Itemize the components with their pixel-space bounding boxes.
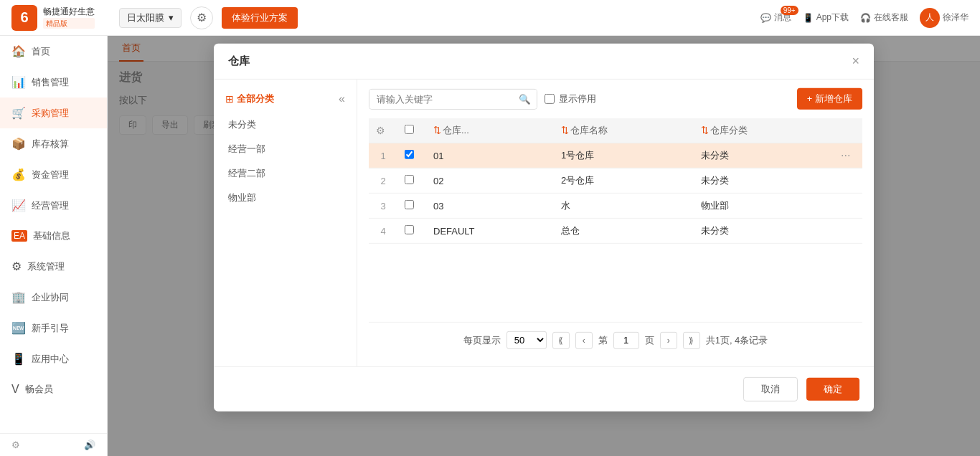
row-category: 未分类: [694, 218, 834, 243]
sidebar-item-inventory[interactable]: 📦 库存核算: [0, 128, 107, 159]
message-item[interactable]: 💬 消息 99+: [760, 11, 791, 24]
sidebar-item-purchase[interactable]: 🛒 采购管理: [0, 98, 107, 128]
row-code: 02: [426, 168, 554, 193]
row-checkbox[interactable]: [405, 200, 414, 209]
sidebar-item-label: 应用中心: [32, 353, 69, 366]
dialog-footer: 取消 确定: [214, 366, 874, 412]
app-download-item[interactable]: 📱 App下载: [803, 11, 849, 24]
next-page-button[interactable]: ›: [660, 331, 677, 348]
purchase-icon: 🛒: [11, 106, 26, 120]
page-size-select[interactable]: 50 100: [507, 331, 547, 349]
guide-icon: 🆕: [11, 321, 26, 335]
sidebar-settings-icon[interactable]: ⚙: [11, 440, 20, 450]
app-logo: 6: [11, 5, 37, 31]
avatar: 人: [920, 8, 940, 28]
page-number-input[interactable]: [613, 331, 639, 348]
confirm-button[interactable]: 确定: [806, 378, 859, 401]
sidebar-item-label: 畅会员: [25, 383, 53, 396]
th-name: ⇅仓库名称: [554, 118, 694, 143]
member-icon: V: [11, 383, 19, 396]
table-row[interactable]: 3 03 水 物业部: [369, 193, 862, 218]
table-row[interactable]: 2 02 2号仓库 未分类: [369, 168, 862, 193]
sidebar-item-finance[interactable]: 💰 资金管理: [0, 159, 107, 190]
app-download-label: App下载: [816, 11, 849, 24]
row-checkbox[interactable]: [405, 175, 414, 184]
th-gear[interactable]: ⚙: [369, 118, 397, 143]
th-checkbox[interactable]: [397, 118, 426, 143]
row-num: 4: [369, 218, 397, 243]
row-more[interactable]: [834, 218, 862, 243]
sidebar-item-sales[interactable]: 📊 销售管理: [0, 67, 107, 98]
collapse-icon[interactable]: «: [339, 92, 345, 105]
table-row[interactable]: 4 DEFAULT 总仓 未分类: [369, 218, 862, 243]
page-unit: 页: [645, 333, 654, 346]
th-code: ⇅仓库...: [426, 118, 554, 143]
total-info: 共1页, 4条记录: [706, 333, 768, 346]
prev-page-button[interactable]: ‹: [575, 331, 593, 348]
search-button[interactable]: 🔍: [513, 89, 537, 108]
category-item-property[interactable]: 物业部: [214, 186, 357, 210]
add-warehouse-button[interactable]: + 新增仓库: [797, 88, 862, 110]
row-num: 3: [369, 193, 397, 218]
message-badge: 99+: [781, 6, 798, 15]
row-checkbox-cell[interactable]: [397, 193, 426, 218]
dialog-close-icon[interactable]: ×: [852, 54, 859, 69]
category-item-dept2[interactable]: 经营二部: [214, 161, 357, 186]
sidebar-item-label: 资金管理: [32, 168, 69, 181]
sales-icon: 📊: [11, 75, 26, 89]
sidebar-item-label: 基础信息: [33, 229, 70, 242]
sidebar-speaker-icon[interactable]: 🔊: [84, 440, 95, 450]
sidebar-item-guide[interactable]: 🆕 新手引导: [0, 313, 107, 343]
row-checkbox[interactable]: [405, 150, 414, 159]
table-row[interactable]: 1 01 1号仓库 未分类 ···: [369, 143, 862, 168]
main-content: 首页 进货 按以下 印 导出 刷新 查询 设置 仓库 ×: [108, 36, 980, 456]
sidebar-item-system[interactable]: ⚙ 系统管理: [0, 251, 107, 282]
store-selector[interactable]: 日太阳膜 ▾: [119, 8, 182, 28]
row-checkbox-cell[interactable]: [397, 218, 426, 243]
category-item-unclassified[interactable]: 未分类: [214, 113, 357, 137]
sidebar-item-member[interactable]: V 畅会员: [0, 374, 107, 404]
cancel-button[interactable]: 取消: [743, 377, 798, 402]
try-industry-button[interactable]: 体验行业方案: [222, 7, 298, 29]
home-icon: 🏠: [11, 44, 26, 58]
logo-area: 6 畅捷通好生意 精品版: [11, 5, 119, 31]
more-icon[interactable]: ···: [841, 149, 850, 161]
sidebar-item-label: 库存核算: [32, 138, 69, 151]
mobile-icon: 📱: [803, 13, 814, 23]
sidebar-item-label: 企业协同: [32, 291, 69, 304]
last-page-button[interactable]: ⟫: [683, 331, 700, 348]
show-disabled-label[interactable]: 显示停用: [545, 92, 596, 105]
message-icon: 💬: [760, 13, 771, 23]
sidebar-item-basic[interactable]: EA 基础信息: [0, 221, 107, 251]
select-all-checkbox[interactable]: [405, 125, 414, 134]
row-checkbox-cell[interactable]: [397, 168, 426, 193]
sidebar-item-label: 采购管理: [32, 107, 69, 120]
row-name: 2号仓库: [554, 168, 694, 193]
customer-service-item[interactable]: 🎧 在线客服: [860, 11, 908, 24]
row-code: 03: [426, 193, 554, 218]
page-label: 第: [598, 333, 608, 346]
row-more[interactable]: [834, 193, 862, 218]
show-disabled-checkbox[interactable]: [545, 94, 555, 104]
all-category-label[interactable]: 全部分类: [237, 92, 274, 105]
dialog-body: ⊞ 全部分类 « 未分类 经营一部 经营二部 物业部: [214, 80, 874, 366]
appstore-icon: 📱: [11, 352, 26, 366]
all-category-header: ⊞ 全部分类: [225, 92, 274, 105]
sidebar-item-appstore[interactable]: 📱 应用中心: [0, 343, 107, 374]
row-checkbox-cell[interactable]: [397, 143, 426, 168]
user-item[interactable]: 人 徐泽华: [920, 8, 969, 28]
row-more[interactable]: ···: [834, 143, 862, 168]
settings-icon[interactable]: ⚙: [190, 6, 213, 29]
basic-icon: EA: [11, 230, 27, 242]
row-name: 总仓: [554, 218, 694, 243]
row-checkbox[interactable]: [405, 225, 414, 234]
dialog-header: 仓库 ×: [214, 44, 874, 80]
category-item-dept1[interactable]: 经营一部: [214, 137, 357, 161]
row-more[interactable]: [834, 168, 862, 193]
sidebar-item-operation[interactable]: 📈 经营管理: [0, 190, 107, 221]
sidebar-item-home[interactable]: 🏠 首页: [0, 36, 107, 67]
search-input[interactable]: [369, 89, 513, 108]
sidebar-item-enterprise[interactable]: 🏢 企业协同: [0, 282, 107, 313]
chevron-down-icon: ▾: [169, 12, 174, 23]
first-page-button[interactable]: ⟪: [552, 331, 570, 348]
